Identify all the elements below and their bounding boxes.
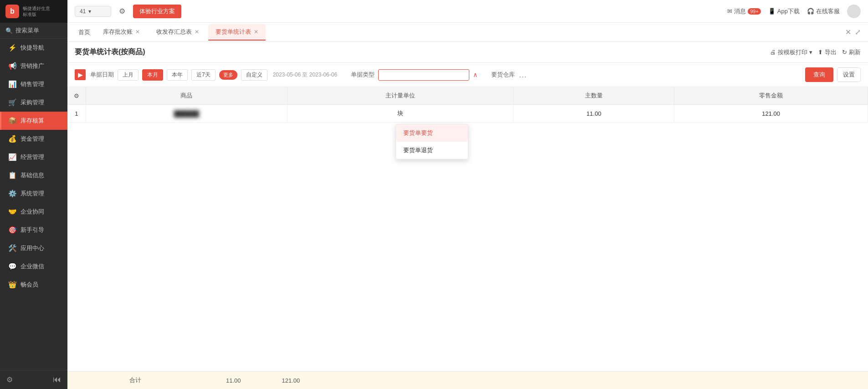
tab-selector[interactable]: 41 ▾ bbox=[75, 6, 111, 17]
sidebar-item-system[interactable]: ⚙️ 系统管理 bbox=[0, 184, 67, 203]
logo-icon: b bbox=[5, 5, 19, 18]
basic-icon: 📋 bbox=[8, 171, 17, 180]
chevron-down-icon: ▾ bbox=[809, 49, 812, 56]
sidebar-item-label: 应用中心 bbox=[21, 244, 44, 252]
sidebar-item-label: 畅会员 bbox=[21, 281, 38, 289]
cell-product: ██████ bbox=[86, 105, 288, 123]
filter-bar: ▶ 单据日期 上月 本月 本年 近7天 更多 自定义 2023-05-06 至 … bbox=[67, 63, 868, 87]
warehouse-filter-section: 要货仓库 … bbox=[491, 70, 527, 80]
sidebar: b 畅捷通好生意 标准版 🔍 搜索菜单 ⚡ 快捷导航 📢 营销推广 📊 销售管理… bbox=[0, 0, 67, 389]
last-month-btn[interactable]: 上月 bbox=[118, 69, 139, 81]
tab-close-btn[interactable]: ✕ bbox=[254, 29, 258, 35]
online-service-btn[interactable]: 🎧 在线客服 bbox=[807, 7, 840, 15]
sidebar-item-inventory[interactable]: 📦 库存核算 bbox=[0, 112, 67, 130]
sidebar-item-purchase[interactable]: 🛒 采购管理 bbox=[0, 93, 67, 112]
dropdown-item-order-goods[interactable]: 要货单要货 bbox=[396, 124, 468, 142]
window-close-icon[interactable]: ✕ bbox=[845, 28, 851, 36]
sidebar-item-label: 快捷导航 bbox=[21, 44, 44, 52]
search-icon: 🔍 bbox=[5, 27, 13, 34]
sidebar-item-label: 系统管理 bbox=[21, 189, 44, 198]
cell-quantity: 11.00 bbox=[514, 105, 674, 123]
tab-inventory-batch[interactable]: 库存批次账 ✕ bbox=[96, 24, 147, 41]
type-filter-input[interactable] bbox=[378, 69, 469, 81]
filter-expand-btn[interactable]: ▶ bbox=[75, 69, 86, 80]
sidebar-search[interactable]: 🔍 搜索菜单 bbox=[0, 23, 67, 39]
filter-right: 查询 设置 bbox=[805, 67, 861, 82]
more-btn[interactable]: 更多 bbox=[219, 70, 237, 80]
tab-label: 库存批次账 bbox=[103, 28, 133, 36]
refresh-icon: ↻ bbox=[842, 49, 847, 56]
sidebar-item-sales[interactable]: 📊 销售管理 bbox=[0, 75, 67, 93]
date-filter-section: 单据日期 上月 本月 本年 近7天 更多 自定义 2023-05-06 至 20… bbox=[90, 69, 337, 81]
footer-quantity: 11.00 bbox=[226, 377, 241, 384]
footer-label: 合计 bbox=[129, 376, 141, 384]
sidebar-item-guide[interactable]: 🎯 新手引导 bbox=[0, 221, 67, 239]
tab-close-btn[interactable]: ✕ bbox=[195, 29, 199, 35]
cell-amount: 121.00 bbox=[674, 105, 868, 123]
export-btn[interactable]: ⬆ 导出 bbox=[818, 48, 837, 56]
this-month-btn[interactable]: 本月 bbox=[142, 69, 163, 81]
footer-amount: 121.00 bbox=[282, 377, 300, 384]
col-amount: 零售金额 bbox=[674, 87, 868, 105]
tab-number: 41 bbox=[80, 8, 86, 15]
search-label: 搜索菜单 bbox=[15, 26, 39, 35]
message-btn[interactable]: ✉ 消息 99+ bbox=[727, 7, 761, 15]
page-panel: 要货单统计表(按商品) 🖨 按模板打印 ▾ ⬆ 导出 ↻ 刷新 bbox=[67, 42, 868, 389]
product-name-blurred: ██████ bbox=[174, 110, 199, 117]
settings-filter-btn[interactable]: 设置 bbox=[837, 67, 861, 82]
sidebar-item-finance[interactable]: 💰 资金管理 bbox=[0, 130, 67, 148]
sidebar-item-basic[interactable]: 📋 基础信息 bbox=[0, 166, 67, 184]
sidebar-item-label: 经营管理 bbox=[21, 153, 44, 161]
sidebar-item-appstore[interactable]: 🛠️ 应用中心 bbox=[0, 239, 67, 257]
page-header: 要货单统计表(按商品) 🖨 按模板打印 ▾ ⬆ 导出 ↻ 刷新 bbox=[67, 42, 868, 63]
type-filter-arrow[interactable]: ∧ bbox=[473, 71, 478, 78]
refresh-btn[interactable]: ↻ 刷新 bbox=[842, 48, 861, 56]
tab-close-btn[interactable]: ✕ bbox=[135, 29, 140, 35]
col-settings[interactable]: ⚙ bbox=[67, 87, 86, 105]
tab-label: 收发存汇总表 bbox=[156, 28, 192, 36]
tab-home[interactable]: 首页 bbox=[75, 25, 94, 40]
app-logo: b 畅捷通好生意 标准版 bbox=[0, 0, 67, 23]
tab-order-stats[interactable]: 要货单统计表 ✕ bbox=[208, 24, 266, 41]
sidebar-item-operation[interactable]: 📈 经营管理 bbox=[0, 148, 67, 166]
sidebar-item-weixin[interactable]: 💬 企业微信 bbox=[0, 257, 67, 276]
cell-index: 1 bbox=[67, 105, 86, 123]
topbar-settings-btn[interactable]: ⚙ bbox=[116, 5, 128, 18]
print-btn[interactable]: 🖨 按模板打印 ▾ bbox=[770, 48, 812, 56]
user-avatar[interactable] bbox=[847, 5, 861, 18]
sidebar-item-label: 采购管理 bbox=[21, 98, 44, 107]
export-icon: ⬆ bbox=[818, 49, 823, 56]
custom-btn[interactable]: 自定义 bbox=[241, 69, 267, 81]
this-year-btn[interactable]: 本年 bbox=[167, 69, 188, 81]
trial-btn[interactable]: 体验行业方案 bbox=[133, 5, 181, 18]
sidebar-item-label: 库存核算 bbox=[21, 117, 44, 125]
dropdown-item-order-return[interactable]: 要货单退货 bbox=[396, 142, 468, 159]
type-dropdown-menu: 要货单要货 要货单退货 bbox=[395, 124, 468, 159]
sidebar-item-label: 新手引导 bbox=[21, 226, 44, 234]
type-filter-label: 单据类型 bbox=[351, 71, 375, 79]
logo-text: 畅捷通好生意 标准版 bbox=[23, 5, 50, 17]
last7days-btn[interactable]: 近7天 bbox=[191, 69, 216, 81]
table-row: 1 ██████ 块 11.00 121.00 bbox=[67, 105, 868, 123]
export-label: 导出 bbox=[825, 48, 837, 56]
app-download-btn[interactable]: 📱 App下载 bbox=[768, 7, 800, 15]
tab-receipt-summary[interactable]: 收发存汇总表 ✕ bbox=[149, 24, 206, 41]
settings-icon[interactable]: ⚙ bbox=[6, 375, 13, 384]
window-expand-icon[interactable]: ⤢ bbox=[855, 28, 861, 36]
col-product: 商品 bbox=[86, 87, 288, 105]
table-header: ⚙ 商品 主计量单位 主数量 零售金额 bbox=[67, 87, 868, 105]
sidebar-item-marketing[interactable]: 📢 营销推广 bbox=[0, 57, 67, 75]
warehouse-more-icon[interactable]: … bbox=[519, 70, 527, 80]
tabs-bar: 首页 库存批次账 ✕ 收发存汇总表 ✕ 要货单统计表 ✕ ✕ ⤢ bbox=[67, 23, 868, 42]
sidebar-item-shortcut[interactable]: ⚡ 快捷导航 bbox=[0, 39, 67, 57]
page-title: 要货单统计表(按商品) bbox=[75, 47, 145, 57]
sidebar-item-enterprise[interactable]: 🤝 企业协同 bbox=[0, 203, 67, 221]
query-btn[interactable]: 查询 bbox=[805, 67, 833, 82]
date-range-text: 2023-05-06 至 2023-06-06 bbox=[273, 71, 337, 79]
sidebar-item-member[interactable]: 👑 畅会员 bbox=[0, 276, 67, 294]
content-area: 要货单统计表(按商品) 🖨 按模板打印 ▾ ⬆ 导出 ↻ 刷新 bbox=[67, 42, 868, 389]
topbar-right: ✉ 消息 99+ 📱 App下载 🎧 在线客服 bbox=[727, 5, 861, 18]
sidebar-collapse-btn[interactable]: ⏮ bbox=[53, 375, 61, 384]
refresh-label: 刷新 bbox=[849, 48, 861, 56]
sidebar-bottom: ⚙ ⏮ bbox=[0, 370, 67, 389]
